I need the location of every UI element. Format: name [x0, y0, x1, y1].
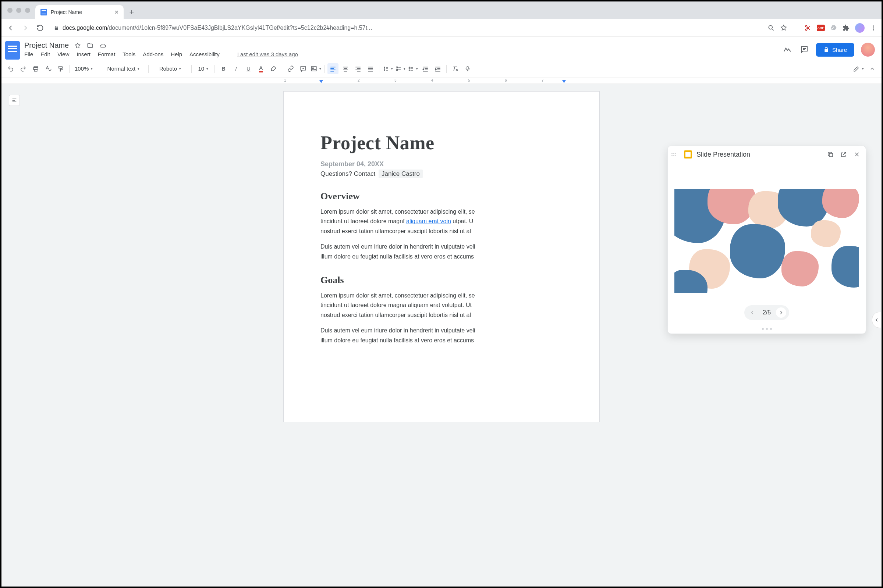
reload-button[interactable] [35, 23, 45, 33]
increase-indent-button[interactable] [432, 63, 443, 74]
svg-rect-19 [829, 153, 833, 157]
ruler-tick: 6 [505, 78, 507, 82]
omnibox[interactable]: docs.google.com/document/d/1olcn-5f897wu… [50, 22, 762, 34]
window-minimize-dot[interactable] [16, 8, 21, 13]
highlight-button[interactable] [268, 63, 279, 74]
bullet-list-button[interactable] [407, 63, 418, 74]
chrome-menu-icon[interactable] [870, 24, 877, 32]
menu-tools[interactable]: Tools [123, 50, 135, 58]
abp-extension-icon[interactable]: ABP [817, 25, 825, 31]
menu-insert[interactable]: Insert [77, 50, 90, 58]
slide-thumbnail[interactable] [674, 189, 859, 293]
text-color-button[interactable]: A [255, 63, 266, 74]
browser-tab-strip: Project Name ✕ + [2, 2, 881, 19]
new-tab-button[interactable]: + [126, 6, 138, 18]
ruler[interactable]: 1 2 3 4 5 6 7 [2, 78, 881, 84]
doc-date: September 04, 20XX [320, 160, 563, 168]
insert-image-button[interactable] [310, 63, 321, 74]
collapse-toolbar-button[interactable] [867, 63, 878, 74]
font-size-dropdown[interactable]: 10 [195, 63, 212, 74]
preview-overflow-icon[interactable] [668, 326, 866, 333]
bold-button[interactable]: B [218, 63, 229, 74]
docs-favicon-icon [41, 9, 47, 15]
browser-tab[interactable]: Project Name ✕ [35, 5, 124, 19]
menu-edit[interactable]: Edit [41, 50, 50, 58]
close-preview-button[interactable] [853, 151, 860, 158]
expand-side-panel-button[interactable] [872, 312, 881, 328]
right-indent-marker-icon[interactable] [562, 80, 566, 83]
drag-handle-icon[interactable] [669, 151, 680, 158]
svg-point-3 [873, 26, 874, 27]
svg-rect-14 [396, 69, 397, 70]
italic-button[interactable]: I [230, 63, 241, 74]
tab-close-button[interactable]: ✕ [113, 9, 120, 15]
prev-slide-button[interactable] [747, 308, 758, 318]
inline-link[interactable]: aliquam erat voin [406, 218, 451, 224]
spellcheck-button[interactable] [43, 63, 54, 74]
forward-button[interactable] [21, 23, 30, 33]
scissors-icon[interactable] [804, 24, 812, 32]
zoom-dropdown[interactable]: 100% [72, 63, 95, 74]
menu-format[interactable]: Format [98, 50, 116, 58]
next-slide-button[interactable] [776, 308, 786, 318]
bookmark-star-icon[interactable] [780, 24, 787, 32]
insert-comment-button[interactable] [297, 63, 309, 74]
doc-heading: Project Name [320, 132, 563, 154]
decrease-indent-button[interactable] [420, 63, 431, 74]
workspace: Project Name September 04, 20XX Question… [2, 84, 881, 586]
window-close-dot[interactable] [8, 8, 12, 13]
account-avatar-icon[interactable] [861, 43, 875, 57]
app-header: Project Name File Edit View Insert Forma… [2, 37, 881, 60]
menu-bar: File Edit View Insert Format Tools Add-o… [24, 50, 778, 58]
document-page[interactable]: Project Name September 04, 20XX Question… [283, 91, 600, 422]
paint-format-button[interactable] [55, 63, 66, 74]
document-title[interactable]: Project Name [24, 41, 69, 50]
checklist-button[interactable] [395, 63, 406, 74]
align-justify-button[interactable] [365, 63, 376, 74]
open-external-button[interactable] [840, 151, 847, 158]
left-indent-marker-icon[interactable] [319, 80, 323, 83]
ruler-tick: 5 [468, 78, 470, 82]
share-button[interactable]: Share [816, 43, 854, 57]
drive-extension-icon[interactable] [830, 24, 837, 32]
activity-icon[interactable] [782, 45, 793, 55]
underline-button[interactable]: U [243, 63, 254, 74]
line-spacing-button[interactable] [382, 63, 393, 74]
move-folder-icon[interactable] [86, 42, 94, 49]
contact-chip[interactable]: Janice Castro [378, 170, 423, 178]
window-zoom-dot[interactable] [25, 8, 30, 13]
show-outline-button[interactable] [9, 95, 20, 106]
copy-link-button[interactable] [827, 151, 834, 158]
google-docs-logo-icon[interactable] [5, 41, 20, 60]
align-center-button[interactable] [340, 63, 351, 74]
align-right-button[interactable] [353, 63, 363, 74]
last-edit-info[interactable]: Last edit was 3 days ago [237, 50, 298, 58]
undo-button[interactable] [5, 63, 16, 74]
menu-help[interactable]: Help [171, 50, 182, 58]
comments-icon[interactable] [799, 45, 809, 55]
menu-file[interactable]: File [24, 50, 33, 58]
svg-rect-18 [467, 66, 469, 69]
find-in-page-icon[interactable] [767, 24, 775, 32]
svg-point-1 [805, 26, 807, 27]
cloud-status-icon[interactable] [99, 42, 106, 49]
redo-button[interactable] [18, 63, 29, 74]
overview-heading: Overview [320, 191, 563, 202]
star-icon[interactable] [74, 42, 81, 49]
menu-view[interactable]: View [57, 50, 69, 58]
align-left-button[interactable] [327, 63, 338, 74]
extensions-puzzle-icon[interactable] [842, 24, 850, 32]
print-button[interactable] [30, 63, 41, 74]
ruler-tick: 4 [431, 78, 433, 82]
profile-avatar-icon[interactable] [855, 23, 865, 33]
menu-accessibility[interactable]: Accessibility [189, 50, 220, 58]
paragraph-style-dropdown[interactable]: Normal text [101, 63, 145, 74]
clear-formatting-button[interactable] [450, 63, 461, 74]
svg-point-15 [409, 67, 410, 68]
font-dropdown[interactable]: Roboto [152, 63, 188, 74]
menu-addons[interactable]: Add-ons [143, 50, 163, 58]
insert-link-button[interactable] [285, 63, 296, 74]
back-button[interactable] [6, 23, 15, 33]
editing-mode-button[interactable] [853, 63, 864, 74]
voice-typing-button[interactable] [462, 63, 473, 74]
